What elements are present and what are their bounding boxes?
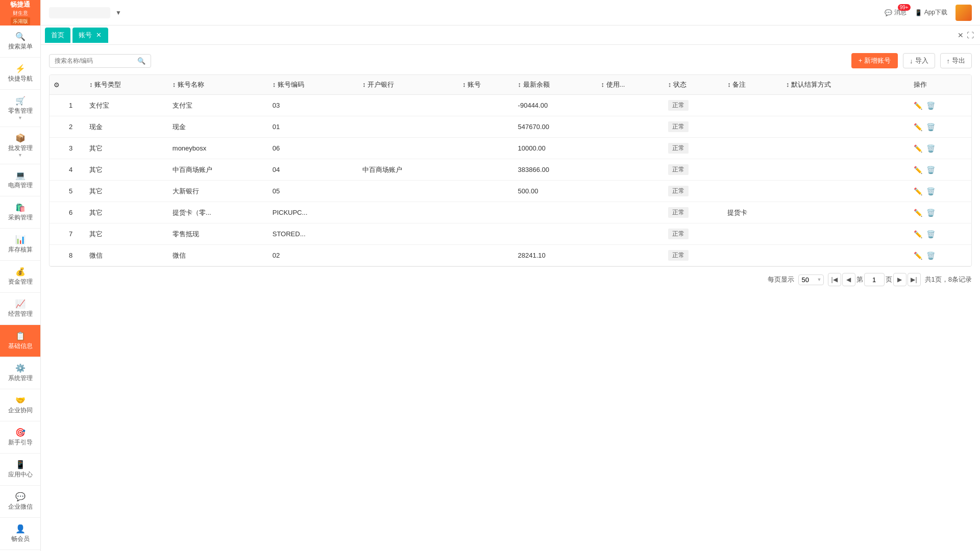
row-actions: ✏️ 🗑️ — [910, 116, 971, 138]
col-bank[interactable]: ↕ 开户银行 — [358, 75, 458, 95]
col-account[interactable]: ↕ 账号 — [458, 75, 514, 95]
topbar-dropdown[interactable]: ▼ — [115, 9, 121, 16]
sidebar-item-quicknav[interactable]: ⚡ 快捷导航 — [0, 58, 40, 90]
tab-home[interactable]: 首页 — [45, 28, 70, 43]
delete-icon[interactable]: 🗑️ — [926, 209, 935, 217]
delete-icon[interactable]: 🗑️ — [926, 123, 935, 131]
edit-icon[interactable]: ✏️ — [914, 252, 922, 260]
col-default-payment[interactable]: ↕ 默认结算方式 — [782, 75, 910, 95]
row-type: 微信 — [85, 245, 168, 266]
guide-icon: 🎯 — [2, 428, 38, 437]
page-prev-button[interactable]: ◀ — [842, 273, 855, 286]
delete-icon[interactable]: 🗑️ — [926, 166, 935, 174]
content-toolbar: 🔍 + 新增账号 ↓ 导入 ↑ 导出 — [49, 53, 972, 68]
page-size-select-wrap: 50 100 200 — [798, 274, 824, 285]
col-remark[interactable]: ↕ 备注 — [723, 75, 782, 95]
export-icon: ↑ — [947, 57, 950, 65]
page-first-button[interactable]: |◀ — [828, 273, 841, 286]
import-button[interactable]: ↓ 导入 — [903, 53, 935, 68]
sidebar-item-basic[interactable]: 📋 基础信息 — [0, 325, 40, 357]
page-size-select[interactable]: 50 100 200 — [798, 274, 824, 285]
sidebar-item-purchase[interactable]: 🛍️ 采购管理 — [0, 196, 40, 229]
sidebar-item-system[interactable]: ⚙️ 系统管理 — [0, 357, 40, 389]
row-gear — [50, 138, 65, 159]
row-actions: ✏️ 🗑️ — [910, 245, 971, 266]
row-account — [458, 138, 514, 159]
row-actions: ✏️ 🗑️ — [910, 95, 971, 116]
sidebar-item-guide[interactable]: 🎯 新手引导 — [0, 421, 40, 454]
export-button[interactable]: ↑ 导出 — [940, 53, 972, 68]
col-status[interactable]: ↕ 状态 — [664, 75, 724, 95]
delete-icon[interactable]: 🗑️ — [926, 230, 935, 238]
page-nav: |◀ ◀ 第 页 ▶ ▶| — [828, 273, 921, 286]
sidebar-item-wholesale[interactable]: 📦 批发管理 ▼ — [0, 127, 40, 164]
edit-icon[interactable]: ✏️ — [914, 123, 922, 131]
edit-icon[interactable]: ✏️ — [914, 166, 922, 174]
sidebar-item-retail[interactable]: 🛒 零售管理 ▼ — [0, 90, 40, 127]
col-name[interactable]: ↕ 账号名称 — [168, 75, 268, 95]
tab-fullscreen-icon[interactable]: ⛶ — [967, 31, 974, 39]
tab-close-icon[interactable]: ✕ — [958, 31, 964, 39]
inventory-icon: 📊 — [2, 235, 38, 244]
sidebar-item-operation[interactable]: 📈 经营管理 — [0, 293, 40, 325]
sidebar-item-ecommerce[interactable]: 💻 电商管理 — [0, 164, 40, 196]
topbar-search-input[interactable] — [49, 7, 110, 18]
sidebar-item-member[interactable]: 👤 畅会员 — [0, 518, 40, 550]
delete-icon[interactable]: 🗑️ — [926, 252, 935, 260]
sidebar-item-appcenter[interactable]: 📱 应用中心 — [0, 454, 40, 486]
app-name: 畅捷通 财生意 乐湖版 — [10, 1, 30, 25]
search-input[interactable] — [55, 57, 134, 64]
col-type[interactable]: ↕ 账号类型 — [85, 75, 168, 95]
row-type: 其它 — [85, 181, 168, 202]
sidebar-item-agreement[interactable]: 🤝 企业协同 — [0, 389, 40, 421]
appcenter-icon: 📱 — [2, 460, 38, 469]
row-actions: ✏️ 🗑️ — [910, 181, 971, 202]
col-code[interactable]: ↕ 账号编码 — [268, 75, 358, 95]
total-label: 共1页，8条记录 — [925, 275, 972, 284]
page-last-button[interactable]: ▶| — [908, 273, 921, 286]
user-avatar[interactable] — [955, 5, 972, 21]
sidebar-item-wechat[interactable]: 💬 企业微信 — [0, 486, 40, 518]
app-download-button[interactable]: 📱 App下载 — [915, 8, 947, 17]
row-type: 其它 — [85, 138, 168, 159]
row-bank — [358, 138, 458, 159]
delete-icon[interactable]: 🗑️ — [926, 144, 935, 153]
search-box[interactable]: 🔍 — [49, 54, 151, 68]
edit-icon[interactable]: ✏️ — [914, 230, 922, 238]
row-default-payment — [782, 223, 910, 245]
row-num: 2 — [65, 116, 85, 138]
row-actions: ✏️ 🗑️ — [910, 159, 971, 181]
row-actions: ✏️ 🗑️ — [910, 223, 971, 245]
tab-account[interactable]: 账号 ✕ — [72, 28, 108, 43]
topbar-right: 💬 消息 99+ 📱 App下载 — [885, 5, 972, 21]
sidebar-item-search[interactable]: 🔍 搜索菜单 — [0, 26, 40, 58]
sidebar-item-finance[interactable]: 💰 资金管理 — [0, 261, 40, 293]
col-balance[interactable]: ↕ 最新余额 — [514, 75, 597, 95]
edit-icon[interactable]: ✏️ — [914, 102, 922, 110]
edit-icon[interactable]: ✏️ — [914, 187, 922, 195]
row-code: 02 — [268, 245, 358, 266]
system-icon: ⚙️ — [2, 363, 38, 373]
row-status: 正常 — [664, 95, 724, 116]
sidebar-item-inventory[interactable]: 📊 库存核算 — [0, 229, 40, 261]
col-use[interactable]: ↕ 使用... — [597, 75, 664, 95]
tabbar-right-actions: ✕ ⛶ — [958, 31, 976, 39]
add-account-button[interactable]: + 新增账号 — [851, 53, 898, 68]
delete-icon[interactable]: 🗑️ — [926, 187, 935, 195]
row-status: 正常 — [664, 159, 724, 181]
app-logo: 畅捷通 财生意 乐湖版 — [0, 0, 41, 26]
row-status: 正常 — [664, 138, 724, 159]
toolbar-right: + 新增账号 ↓ 导入 ↑ 导出 — [851, 53, 972, 68]
edit-icon[interactable]: ✏️ — [914, 209, 922, 217]
delete-icon[interactable]: 🗑️ — [926, 102, 935, 110]
search-icon: 🔍 — [137, 57, 145, 65]
message-button[interactable]: 💬 消息 99+ — [885, 8, 906, 17]
page-size-label: 每页显示 — [768, 275, 794, 284]
page-number-input[interactable] — [864, 273, 885, 286]
row-code: 01 — [268, 116, 358, 138]
tab-close-button[interactable]: ✕ — [95, 32, 102, 39]
col-gear[interactable]: ⚙ — [50, 75, 65, 95]
page-next-button[interactable]: ▶ — [893, 273, 906, 286]
edit-icon[interactable]: ✏️ — [914, 144, 922, 153]
row-code: STORED... — [268, 223, 358, 245]
